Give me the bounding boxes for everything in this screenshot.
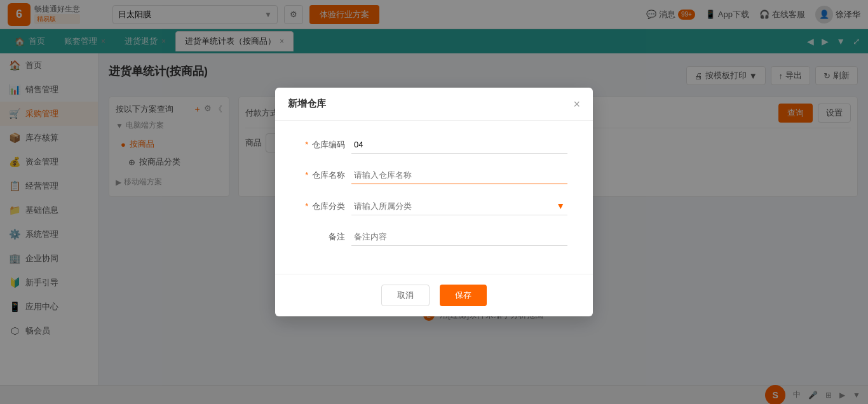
modal-body: * 仓库编码 * 仓库名称 * 仓库分类 ▼ (275, 121, 593, 274)
category-input[interactable] (354, 201, 556, 211)
remark-label: 备注 (301, 231, 351, 243)
name-label: * 仓库名称 (301, 170, 351, 181)
form-row-category: * 仓库分类 ▼ (301, 197, 567, 215)
warehouse-code-input[interactable] (351, 136, 567, 154)
warehouse-name-input[interactable] (351, 166, 567, 184)
modal-footer: 取消 保存 (275, 274, 593, 316)
warehouse-category-select[interactable]: ▼ (351, 197, 567, 215)
add-warehouse-modal: 新增仓库 × * 仓库编码 * 仓库名称 * (275, 88, 593, 316)
code-label: * 仓库编码 (301, 139, 351, 151)
modal-title: 新增仓库 (288, 98, 326, 110)
form-row-name: * 仓库名称 (301, 166, 567, 184)
category-label: * 仓库分类 (301, 201, 351, 212)
cancel-button[interactable]: 取消 (381, 285, 430, 306)
modal-close-button[interactable]: × (573, 98, 580, 110)
modal-overlay: 新增仓库 × * 仓库编码 * 仓库名称 * (0, 0, 868, 404)
warehouse-remark-input[interactable] (351, 228, 567, 246)
form-row-code: * 仓库编码 (301, 136, 567, 154)
save-button[interactable]: 保存 (440, 285, 487, 306)
category-arrow-icon: ▼ (556, 201, 565, 211)
modal-header: 新增仓库 × (275, 88, 593, 121)
form-row-remark: 备注 (301, 228, 567, 246)
